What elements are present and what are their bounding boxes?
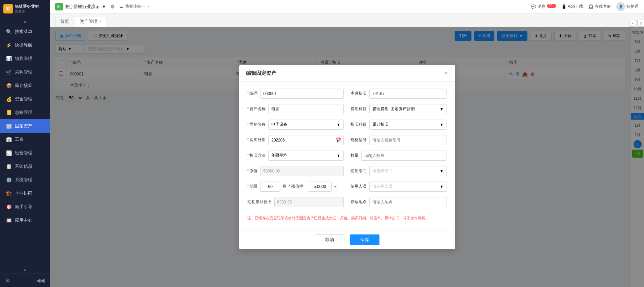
sidebar-bottom: ⚙ ◀◀ <box>0 274 50 287</box>
form-row-4: *购买日期 📅 规格型号 <box>247 135 447 145</box>
modal-footer: 取消 保存 <box>239 230 455 249</box>
topbar-gear-icon[interactable]: ⚙ <box>110 3 115 10</box>
sidebar-item-operations[interactable]: 📈 经营管理 <box>0 146 50 160</box>
modal-title: 编辑固定资产 <box>246 70 276 76</box>
tab-home[interactable]: 首页 <box>55 16 74 27</box>
field-user: 使用人员 请选择人员 ▼ <box>350 182 447 192</box>
topbar-left: 医 医疗器械行业演示 ▼ ⚙ ☁ 我要体验一下 <box>55 3 149 10</box>
enterprise-icon: 🏗️ <box>5 190 12 197</box>
category-select[interactable]: 电子设备 ▼ <box>268 120 343 130</box>
category-dropdown-icon: ▼ <box>337 122 341 127</box>
calendar-icon: 📅 <box>335 137 341 143</box>
field-initial-depreciation: 期初累计折旧 <box>247 197 344 207</box>
field-location: 存放地点 <box>350 197 447 207</box>
sidebar-item-base-info[interactable]: 📋 基础信息 <box>0 160 50 173</box>
company-selector[interactable]: 医 医疗器械行业演示 ▼ <box>55 3 106 10</box>
sidebar-item-guide[interactable]: 🎯 新手引导 <box>0 200 50 214</box>
sidebar-item-quicknav[interactable]: ⚡ 快捷导航 <box>0 38 50 52</box>
experience-btn[interactable]: ☁ 我要体验一下 <box>119 4 149 9</box>
tab-close-icon[interactable]: × <box>99 19 102 24</box>
department-select[interactable]: 请选择部门 ▼ <box>369 166 447 176</box>
maximize-window-btn[interactable]: ⤢ <box>637 20 644 27</box>
form-row-6: *原值 使用部门 请选择部门 ▼ <box>247 166 447 176</box>
field-depreciation-method: *折旧方法 年限平均 ▼ <box>247 151 344 161</box>
user-dropdown-icon: ▼ <box>440 184 444 189</box>
form-row-2: *资产名称 费用科目 管理费用_固定资产折旧 ▼ <box>247 104 447 114</box>
sidebar-item-system[interactable]: ⚙️ 系统管理 <box>0 173 50 187</box>
sidebar: 财 畅捷通好业财 普及版 ▲ 🔍 搜索菜单 ⚡ 快捷导航 📊 销售管理 🛒 采购… <box>0 0 50 287</box>
field-quantity: 数量 <box>350 151 447 161</box>
collapse-icon[interactable]: ◀◀ <box>36 277 44 284</box>
sidebar-item-ledger[interactable]: 📒 总账管理 <box>0 106 50 119</box>
funds-icon: 💰 <box>5 96 12 102</box>
modal-overlay: 编辑固定资产 × *编码 本月折旧 <box>50 27 644 287</box>
inventory-icon: 📦 <box>5 82 12 89</box>
messages-badge: 99+ <box>547 4 556 8</box>
sidebar-item-enterprise[interactable]: 🏗️ 企业协同 <box>0 187 50 200</box>
sidebar-item-fixed-assets[interactable]: 🏢 固定资产 <box>0 119 50 133</box>
modal-body: *编码 本月折旧 *资产名称 <box>239 82 455 230</box>
code-input[interactable] <box>260 89 343 99</box>
sidebar-scroll-up[interactable]: ▲ <box>0 18 50 25</box>
field-expense-account: 费用科目 管理费用_固定资产折旧 ▼ <box>350 104 447 114</box>
fixed-assets-icon: 🏢 <box>5 123 12 129</box>
user-menu[interactable]: 👤 畅捷通 <box>616 2 639 11</box>
base-info-icon: 📋 <box>5 163 12 170</box>
dept-dropdown-icon: ▼ <box>440 169 444 173</box>
app-logo-text: 畅捷通好业财 普及版 <box>15 4 39 14</box>
purchase-date-wrapper: 📅 <box>268 135 343 145</box>
app-download-icon: 📱 <box>561 4 566 9</box>
sidebar-item-sales[interactable]: 📊 销售管理 <box>0 52 50 65</box>
save-button[interactable]: 保存 <box>350 234 379 245</box>
asset-name-input[interactable] <box>268 104 343 114</box>
search-icon: 🔍 <box>5 28 12 35</box>
close-window-btn[interactable]: × <box>629 20 636 27</box>
sidebar-item-funds[interactable]: 💰 资金管理 <box>0 92 50 106</box>
sidebar-item-search[interactable]: 🔍 搜索菜单 <box>0 25 50 38</box>
location-input[interactable] <box>369 197 447 207</box>
expense-dropdown-icon: ▼ <box>440 107 444 111</box>
form-row-7: *期限 月 * 残值率 % 使用人员 <box>247 182 447 192</box>
messages-btn[interactable]: 💬 消息 99+ <box>531 4 556 9</box>
online-service-btn[interactable]: 🎧 在线客服 <box>588 4 611 9</box>
sidebar-scroll-down[interactable]: ▼ <box>0 267 50 274</box>
modal-header: 编辑固定资产 × <box>239 65 455 82</box>
cancel-button[interactable]: 取消 <box>315 234 344 245</box>
sidebar-item-app-center[interactable]: 🔲 应用中心 <box>0 214 50 227</box>
user-select[interactable]: 请选择人员 ▼ <box>369 182 447 192</box>
sidebar-item-purchase[interactable]: 🛒 采购管理 <box>0 65 50 79</box>
app-center-icon: 🔲 <box>5 217 12 224</box>
field-depreciation-account: 折旧科目 累计折旧 ▼ <box>350 120 447 130</box>
sidebar-item-inventory[interactable]: 📦 库存核算 <box>0 79 50 92</box>
purchase-date-input[interactable] <box>268 135 343 145</box>
dep-account-dropdown-icon: ▼ <box>440 122 444 127</box>
topbar-right: 💬 消息 99+ 📱 App下载 🎧 在线客服 👤 畅捷通 <box>531 2 639 11</box>
settings-icon[interactable]: ⚙ <box>5 277 10 284</box>
period-input[interactable] <box>260 182 280 192</box>
field-asset-name: *资产名称 <box>247 104 344 114</box>
depreciation-account-select[interactable]: 累计折旧 ▼ <box>369 120 447 130</box>
original-value-input[interactable] <box>260 166 343 176</box>
expense-account-select[interactable]: 管理费用_固定资产折旧 ▼ <box>369 104 447 114</box>
field-original-value: *原值 <box>247 166 344 176</box>
field-department: 使用部门 请选择部门 ▼ <box>350 166 447 176</box>
window-controls: × ⤢ <box>629 20 644 27</box>
tab-asset-management[interactable]: 资产管理 × <box>75 16 107 27</box>
edit-asset-modal: 编辑固定资产 × *编码 本月折旧 <box>239 65 455 249</box>
purchase-icon: 🛒 <box>5 69 12 75</box>
residual-rate-input[interactable] <box>308 182 332 192</box>
modal-close-btn[interactable]: × <box>444 70 448 77</box>
service-icon: 🎧 <box>588 4 593 9</box>
field-purchase-date: *购买日期 📅 <box>247 135 344 145</box>
spec-input[interactable] <box>369 135 447 145</box>
depreciation-method-select[interactable]: 年限平均 ▼ <box>268 151 343 161</box>
initial-depreciation-input[interactable] <box>274 197 344 207</box>
guide-icon: 🎯 <box>5 203 12 210</box>
quantity-input[interactable] <box>361 151 447 161</box>
form-row-5: *折旧方法 年限平均 ▼ 数量 <box>247 151 447 161</box>
app-download-btn[interactable]: 📱 App下载 <box>561 4 583 9</box>
modal-note: 注：已经存在变更记录或者对应固定资产已经生成凭证，原值、购买日期、残值率、累计折… <box>247 213 447 223</box>
sidebar-item-salary[interactable]: 👔 工资 <box>0 133 50 146</box>
monthly-depreciation-input[interactable] <box>369 89 447 99</box>
company-dropdown-icon: ▼ <box>102 4 106 9</box>
